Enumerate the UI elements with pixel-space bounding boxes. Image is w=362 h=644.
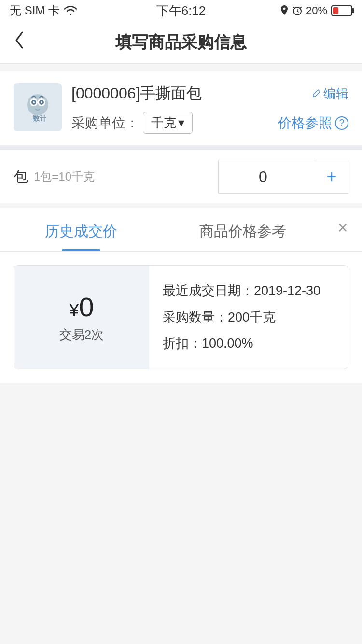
recent-date-row: 最近成交日期：2019-12-30 xyxy=(163,281,334,301)
tab-close-button[interactable]: × xyxy=(323,218,362,242)
amount-value: 0 xyxy=(79,292,94,322)
page-title: 填写商品采购信息 xyxy=(115,31,247,54)
tab-product-price-ref[interactable]: 商品价格参考 xyxy=(162,208,323,251)
price-summary: ¥0 交易2次 xyxy=(14,266,149,369)
tab-header: 历史成交价 商品价格参考 × xyxy=(0,208,362,252)
price-times: 交易2次 xyxy=(59,326,104,343)
discount-label: 折扣： xyxy=(163,336,202,350)
recent-date-label: 最近成交日期： xyxy=(163,283,254,298)
product-info: [0000006]手撕面包 编辑 采购单位： 千克 ▾ 价格参照 ? xyxy=(71,83,348,134)
unit-dropdown[interactable]: 千克 ▾ xyxy=(143,112,193,134)
battery-percent: 20% xyxy=(306,4,327,17)
unit-value: 千克 xyxy=(151,114,176,131)
quantity-label: 包 1包=10千克 xyxy=(14,167,95,187)
alarm-icon xyxy=(292,5,302,16)
price-amount: ¥0 xyxy=(69,291,94,322)
svg-point-1 xyxy=(27,94,48,115)
purchase-qty-label: 采购数量： xyxy=(163,310,228,324)
quantity-plus-button[interactable]: + xyxy=(315,160,348,194)
product-image: 数计 xyxy=(14,83,62,131)
price-details: 最近成交日期：2019-12-30 采购数量：200千克 折扣：100.00% xyxy=(149,266,348,369)
edit-label: 编辑 xyxy=(323,85,348,102)
location-icon xyxy=(280,5,289,16)
edit-button[interactable]: 编辑 xyxy=(311,85,348,102)
purchase-unit-label: 采购单位： xyxy=(71,114,139,132)
purchase-qty-value: 200千克 xyxy=(228,310,276,324)
status-time: 下午6:12 xyxy=(156,2,206,19)
tab-panel: 历史成交价 商品价格参考 × ¥0 交易2次 最近成交日期：2019-12-30… xyxy=(0,208,362,383)
purchase-row: 采购单位： 千克 ▾ 价格参照 ? xyxy=(71,112,348,134)
price-content: ¥0 交易2次 最近成交日期：2019-12-30 采购数量：200千克 折扣：… xyxy=(0,252,362,383)
svg-point-6 xyxy=(33,101,35,103)
unit-label: 包 xyxy=(14,167,28,187)
price-ref-label: 价格参照 xyxy=(278,114,332,132)
purchase-unit: 采购单位： 千克 ▾ xyxy=(71,112,193,134)
product-logo-icon: 数计 xyxy=(18,88,57,126)
svg-text:数计: 数计 xyxy=(32,114,47,122)
dropdown-arrow-icon: ▾ xyxy=(178,115,184,130)
discount-value: 100.00% xyxy=(202,336,253,350)
quantity-control: + xyxy=(218,160,348,194)
edit-icon xyxy=(311,88,321,99)
product-name: [0000006]手撕面包 xyxy=(71,83,202,104)
back-button[interactable] xyxy=(14,30,25,54)
product-header: [0000006]手撕面包 编辑 xyxy=(71,83,348,104)
section-divider xyxy=(0,145,362,150)
svg-point-7 xyxy=(41,101,42,103)
battery-icon xyxy=(331,5,352,16)
discount-row: 折扣：100.00% xyxy=(163,334,334,353)
status-left: 无 SIM 卡 xyxy=(10,3,77,18)
recent-date-value: 2019-12-30 xyxy=(254,283,320,298)
carrier-text: 无 SIM 卡 xyxy=(10,3,60,18)
quantity-input[interactable] xyxy=(218,160,315,194)
help-icon: ? xyxy=(335,116,348,130)
price-ref-button[interactable]: 价格参照 ? xyxy=(278,114,348,132)
product-card: 数计 [0000006]手撕面包 编辑 采购单位： 千克 ▾ 价格参照 xyxy=(0,71,362,145)
status-bar: 无 SIM 卡 下午6:12 20% xyxy=(0,0,362,21)
purchase-qty-row: 采购数量：200千克 xyxy=(163,308,334,327)
price-card: ¥0 交易2次 最近成交日期：2019-12-30 采购数量：200千克 折扣：… xyxy=(14,265,348,369)
quantity-row: 包 1包=10千克 + xyxy=(0,150,362,203)
currency-symbol: ¥ xyxy=(69,300,79,320)
unit-hint: 1包=10千克 xyxy=(34,169,95,184)
tab-history-price[interactable]: 历史成交价 xyxy=(0,208,162,251)
wifi-icon xyxy=(64,6,77,15)
main-content xyxy=(0,383,362,644)
status-right: 20% xyxy=(280,4,352,17)
nav-bar: 填写商品采购信息 xyxy=(0,21,362,64)
